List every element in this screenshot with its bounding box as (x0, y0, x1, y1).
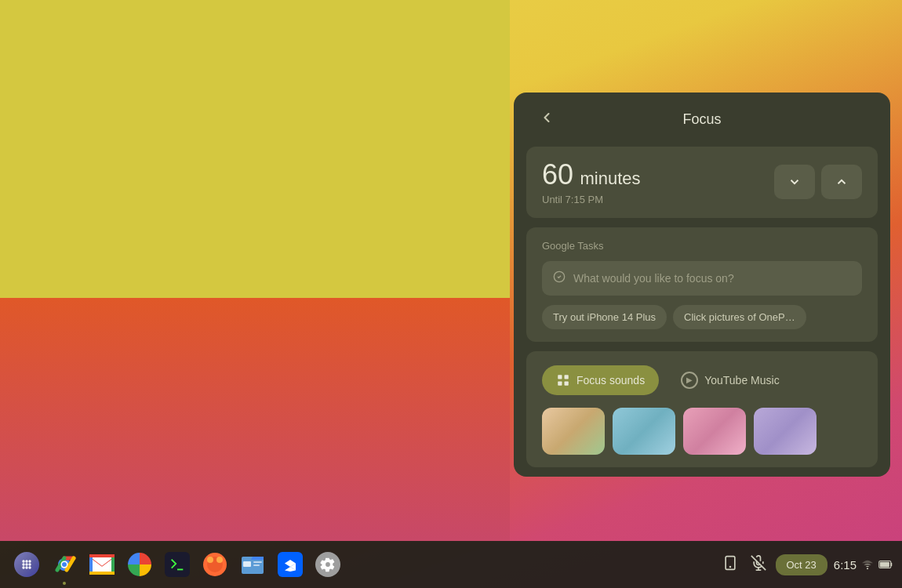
svg-rect-44 (891, 563, 893, 567)
youtube-music-button[interactable]: ▶ YouTube Music (667, 364, 793, 397)
dropbox-icon (278, 552, 303, 577)
sound-thumb-3[interactable] (683, 408, 746, 455)
sound-thumb-1[interactable] (542, 408, 605, 455)
phone-icon[interactable] (719, 552, 741, 578)
music-buttons: Focus sounds ▶ YouTube Music (542, 364, 862, 397)
taskbar-gmail[interactable] (85, 547, 119, 582)
svg-rect-4 (565, 381, 569, 385)
taskbar-settings[interactable] (311, 547, 345, 582)
svg-point-9 (25, 563, 27, 565)
music-section: Focus sounds ▶ YouTube Music (526, 351, 878, 467)
svg-point-13 (28, 566, 31, 568)
svg-rect-1 (558, 375, 562, 379)
settings-icon (315, 552, 340, 577)
taskbar: Oct 23 6:15 (0, 541, 902, 588)
timer-value: 60 (542, 158, 573, 191)
svg-point-5 (22, 560, 24, 562)
taskbar-launcher[interactable] (9, 547, 44, 582)
svg-rect-2 (565, 375, 569, 379)
taskbar-apps (9, 547, 719, 582)
time-display[interactable]: 6:15 (834, 558, 893, 572)
timer-controls (774, 165, 862, 199)
timer-unit: minutes (580, 169, 641, 188)
svg-point-8 (22, 563, 24, 565)
focus-header: Focus (514, 93, 890, 147)
gmail-icon (89, 554, 115, 575)
wifi-icon (861, 558, 874, 571)
svg-rect-29 (243, 561, 251, 567)
svg-point-11 (22, 566, 24, 568)
taskbar-photos[interactable] (122, 547, 157, 582)
task-chip-1[interactable]: Try out iPhone 14 Plus (542, 305, 667, 329)
tasks-section: Google Tasks What would you like to focu… (526, 227, 878, 342)
sound-thumbnails (542, 408, 862, 455)
time-text: 6:15 (834, 558, 857, 572)
taskbar-taiko[interactable] (198, 547, 232, 582)
svg-rect-3 (558, 381, 562, 385)
svg-rect-31 (253, 564, 260, 566)
svg-point-42 (867, 568, 868, 569)
svg-point-27 (216, 557, 223, 563)
mute-icon[interactable] (747, 552, 769, 578)
tasks-input[interactable]: What would you like to focus on? (542, 261, 862, 296)
datetime-badge[interactable]: Oct 23 (776, 554, 827, 575)
focus-panel: Focus 60 minutes Until 7:15 PM Goo (514, 93, 890, 477)
svg-point-17 (62, 562, 67, 567)
photos-icon (128, 553, 151, 576)
svg-point-6 (25, 560, 27, 562)
bg-orange (0, 298, 510, 542)
timer-until: Until 7:15 PM (542, 194, 641, 205)
taiko-icon (202, 552, 227, 577)
chrome-icon (52, 552, 77, 577)
taskbar-chrome[interactable] (47, 547, 82, 582)
terminal-icon (165, 552, 190, 577)
date-text: Oct 23 (787, 559, 817, 571)
taskbar-status: Oct 23 6:15 (719, 552, 893, 578)
youtube-music-icon: ▶ (681, 372, 698, 389)
sound-thumb-4[interactable] (754, 408, 817, 455)
svg-point-10 (28, 563, 31, 565)
focus-sounds-label: Focus sounds (576, 374, 645, 387)
launcher-icon (14, 552, 39, 577)
task-check-icon (553, 270, 566, 286)
tasks-placeholder: What would you like to focus on? (573, 272, 734, 285)
donut-illustration (0, 0, 510, 541)
youtube-music-label: YouTube Music (704, 374, 779, 387)
focus-title: Focus (682, 111, 721, 128)
timer-section: 60 minutes Until 7:15 PM (526, 147, 878, 218)
battery-icon (878, 559, 893, 570)
svg-point-26 (207, 557, 213, 563)
sound-thumb-2[interactable] (613, 408, 675, 455)
svg-rect-45 (880, 562, 889, 568)
svg-rect-21 (89, 572, 115, 575)
taskbar-terminal[interactable] (160, 547, 195, 582)
focus-sounds-button[interactable]: Focus sounds (542, 365, 659, 395)
svg-point-7 (28, 560, 31, 562)
taskbar-dropbox[interactable] (273, 547, 307, 582)
timer-display: 60 minutes Until 7:15 PM (542, 159, 641, 205)
taskbar-files[interactable] (235, 547, 270, 582)
files-icon (240, 552, 265, 577)
timer-increase-button[interactable] (821, 165, 862, 199)
back-button[interactable] (533, 107, 561, 132)
task-chips: Try out iPhone 14 Plus Click pictures of… (542, 305, 862, 329)
task-chip-2[interactable]: Click pictures of OneP… (673, 305, 806, 329)
timer-row: 60 minutes (542, 159, 641, 191)
svg-marker-35 (285, 567, 290, 572)
svg-rect-30 (253, 561, 262, 563)
bg-yellow (0, 0, 510, 298)
timer-decrease-button[interactable] (774, 165, 815, 199)
svg-rect-22 (89, 554, 115, 557)
tasks-label: Google Tasks (542, 240, 862, 252)
svg-point-12 (25, 566, 27, 568)
